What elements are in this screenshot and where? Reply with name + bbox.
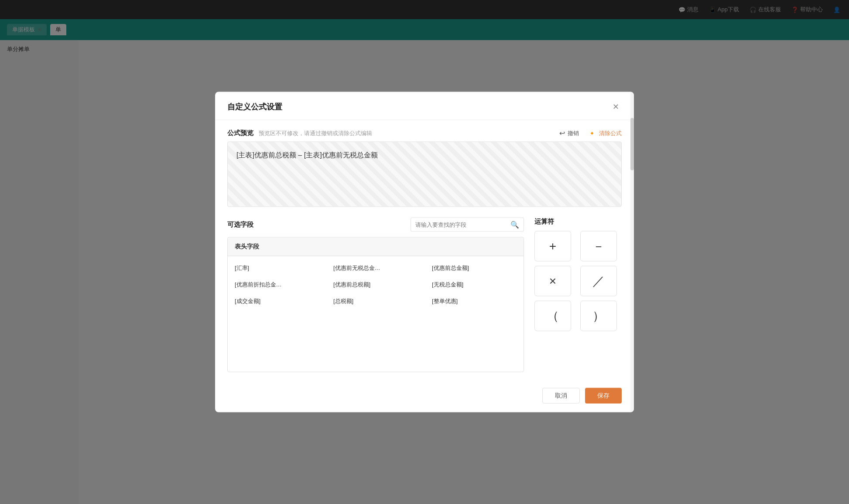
- formula-expression: [主表]优惠前总税额 – [主表]优惠前无税总金额: [236, 151, 378, 160]
- field-item-pretax-total[interactable]: [优惠前无税总金…: [326, 260, 425, 276]
- fields-table: 表头字段 [汇率] [优惠前无税总金… [优惠前总金额] [优惠前折扣总金…: [227, 237, 524, 372]
- fields-grid: [汇率] [优惠前无税总金… [优惠前总金额] [优惠前折扣总金… [优惠前总: [228, 256, 524, 313]
- field-item-pre-discount-total[interactable]: [优惠前总金额]: [425, 260, 524, 276]
- clear-icon: 🔸: [588, 129, 596, 137]
- field-search-box[interactable]: 🔍: [411, 218, 524, 232]
- modal-header: 自定义公式设置 ✕: [215, 92, 634, 120]
- operator-divide-button[interactable]: ／: [580, 266, 617, 296]
- save-button[interactable]: 保存: [585, 388, 622, 404]
- formula-hint: 预览区不可修改，请通过撤销或清除公式编辑: [259, 129, 372, 137]
- formula-preview-label: 公式预览: [227, 129, 253, 137]
- modal-scroll-thumb[interactable]: [630, 118, 634, 170]
- formula-modal: 自定义公式设置 ✕ 公式预览 预览区不可修改，请通过撤销或清除公式编辑 ↩ 撤销…: [215, 92, 634, 412]
- field-item-transaction-amount[interactable]: [成交金额]: [228, 293, 326, 310]
- operators-title: 运算符: [534, 218, 622, 226]
- plus-icon: +: [549, 239, 556, 253]
- formula-actions: ↩ 撤销 🔸 清除公式: [559, 129, 622, 137]
- field-item-pre-discount-detail[interactable]: [优惠前折扣总金…: [228, 276, 326, 293]
- modal-title: 自定义公式设置: [227, 102, 282, 112]
- field-search-input[interactable]: [415, 221, 507, 228]
- modal-scrollbar[interactable]: [630, 92, 634, 412]
- main-section: 可选字段 🔍 表头字段 [汇率] [优惠前无税总金…: [227, 218, 622, 372]
- field-item-whole-order-discount[interactable]: [整单优惠]: [425, 293, 524, 310]
- operator-right-paren-button[interactable]: ）: [580, 301, 617, 331]
- operator-minus-button[interactable]: －: [580, 231, 617, 262]
- clear-formula-button[interactable]: 🔸 清除公式: [588, 129, 622, 137]
- right-paren-icon: ）: [592, 308, 605, 324]
- operator-left-paren-button[interactable]: （: [534, 301, 571, 331]
- modal-close-button[interactable]: ✕: [609, 101, 622, 113]
- close-icon: ✕: [613, 102, 619, 112]
- undo-icon: ↩: [559, 129, 565, 137]
- formula-preview-header: 公式预览 预览区不可修改，请通过撤销或清除公式编辑 ↩ 撤销 🔸 清除公式: [227, 129, 622, 137]
- cancel-button[interactable]: 取消: [542, 388, 580, 404]
- undo-button[interactable]: ↩ 撤销: [559, 129, 579, 137]
- formula-preview-area: [主表]优惠前总税额 – [主表]优惠前无税总金额: [227, 142, 622, 207]
- field-item-total-tax[interactable]: [总税额]: [326, 293, 425, 310]
- search-icon: 🔍: [510, 221, 519, 229]
- operator-multiply-button[interactable]: ×: [534, 266, 571, 296]
- field-item-exchange-rate[interactable]: [汇率]: [228, 260, 326, 276]
- minus-icon: －: [592, 238, 605, 255]
- operators-section: 运算符 + － × ／ （: [534, 218, 622, 372]
- fields-title: 可选字段: [227, 221, 253, 229]
- fields-table-header: 表头字段: [228, 238, 524, 256]
- divide-icon: ／: [592, 273, 605, 289]
- fields-section: 可选字段 🔍 表头字段 [汇率] [优惠前无税总金…: [227, 218, 524, 372]
- multiply-icon: ×: [549, 274, 556, 288]
- operators-grid: + － × ／ （ ）: [534, 231, 622, 331]
- operator-plus-button[interactable]: +: [534, 231, 571, 262]
- field-item-pre-discount-tax[interactable]: [优惠前总税额]: [326, 276, 425, 293]
- modal-footer: 取消 保存: [215, 381, 634, 412]
- left-paren-icon: （: [547, 308, 559, 324]
- fields-header: 可选字段 🔍: [227, 218, 524, 232]
- field-item-tax-free-total[interactable]: [无税总金额]: [425, 276, 524, 293]
- modal-body: 公式预览 预览区不可修改，请通过撤销或清除公式编辑 ↩ 撤销 🔸 清除公式 [主…: [215, 120, 634, 381]
